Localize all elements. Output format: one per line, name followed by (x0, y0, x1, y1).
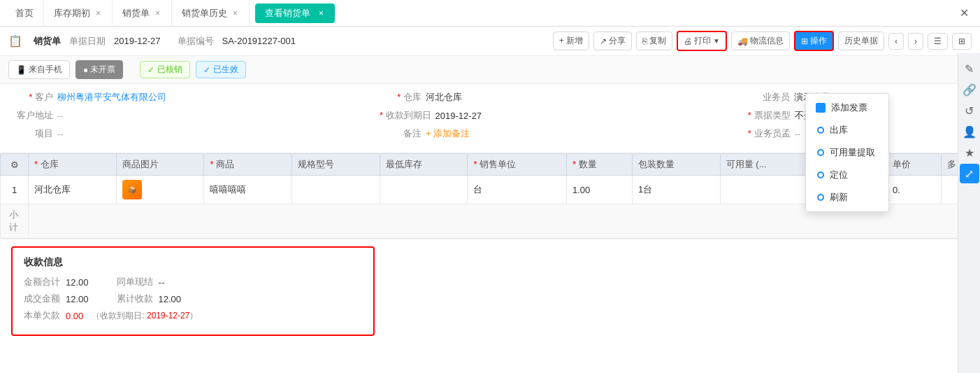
prev-button[interactable]: ‹ (888, 33, 904, 50)
col-warehouse: 仓库 (29, 154, 117, 176)
add-note-btn[interactable]: + 添加备注 (426, 127, 470, 140)
dropdown-refresh[interactable]: 刷新 (806, 186, 888, 209)
col-qty: 数量 (566, 154, 632, 176)
user-icon[interactable]: 👤 (960, 122, 979, 141)
doc-number-label: 单据编号 (178, 35, 214, 48)
cell-pack-qty: 1台 (633, 176, 721, 204)
add-button-label: + 新增 (559, 35, 583, 47)
dropdown-outbound[interactable]: 出库 (806, 119, 888, 141)
share-button[interactable]: ↗ 分享 (593, 31, 632, 50)
dropdown-locate[interactable]: 定位 (806, 164, 888, 186)
tab-view-sales-label: 查看销货单 (265, 7, 310, 20)
document-toolbar: 📋 销货单 单据日期 2019-12-27 单据编号 SA-20191227-0… (0, 27, 980, 56)
edit-icon[interactable]: ✎ (960, 59, 979, 78)
not-open-label: 未开票 (90, 64, 115, 76)
logistics-button[interactable]: 🚚 物流信息 (731, 31, 790, 50)
project-label: 项目 (11, 127, 53, 140)
tab-sales-history-close[interactable]: × (231, 8, 239, 18)
transaction-amount-label: 成交金额 (24, 293, 60, 305)
refresh-sidebar-icon[interactable]: ↺ (960, 101, 979, 120)
cell-spec (292, 176, 380, 204)
operate-button[interactable]: ⊞ 操作 (794, 31, 834, 51)
outbound-icon (817, 127, 824, 134)
layout2-button[interactable]: ⊞ (952, 33, 972, 50)
cell-min-stock (380, 176, 468, 204)
customer-value[interactable]: 柳州粤港平安气体有限公司 (57, 91, 166, 104)
dropdown-add-invoice[interactable]: 添加发票 (806, 97, 888, 119)
history-button[interactable]: 历史单据 (838, 31, 884, 50)
tab-sales-history[interactable]: 销货单历史 × (172, 0, 250, 27)
col-pack-qty: 包装数量 (633, 154, 721, 176)
confirmed-badge: ✓ 已核销 (140, 61, 190, 78)
copy-icon: ⎘ (642, 36, 647, 46)
print-icon: 🖨 (684, 36, 692, 46)
same-order-settle-item: 同单现结 -- (117, 276, 165, 288)
tab-sales-order[interactable]: 销货单 × (113, 0, 172, 27)
share-icon: ↗ (600, 36, 607, 46)
operate-icon: ⊞ (801, 36, 808, 46)
due-date-label: 收款到期日 (380, 109, 431, 122)
cell-sales-unit: 台 (468, 176, 566, 204)
effective-label: 已生效 (213, 64, 238, 76)
window-close-button[interactable]: ✕ (954, 6, 974, 20)
tab-sales-order-close[interactable]: × (154, 8, 161, 18)
cell-unit-price: 0. (886, 176, 941, 204)
tab-inventory-init[interactable]: 库存期初 × (44, 0, 113, 27)
col-avail-qty: 可用量 (... (720, 154, 815, 176)
doc-number-value: SA-20191227-001 (222, 36, 296, 46)
col-min-stock: 最低库存 (380, 154, 468, 176)
due-note: （收款到期日: 2019-12-27） (92, 310, 198, 322)
not-open-button[interactable]: ● 未开票 (75, 60, 123, 79)
tab-home[interactable]: 首页 (6, 0, 44, 27)
tab-inventory-init-close[interactable]: × (94, 8, 102, 18)
operate-button-label: 操作 (810, 35, 827, 47)
tab-sales-order-label: 销货单 (122, 7, 150, 20)
cell-product-img: 📦 (116, 176, 204, 204)
cell-warehouse: 河北仓库 (29, 176, 117, 204)
effective-icon: ✓ (203, 65, 210, 75)
due-date-field: 收款到期日 2019-12-27 (380, 109, 748, 122)
cumulative-payment-item: 累计收款 12.00 (117, 293, 182, 305)
copy-button-label: 复制 (649, 35, 666, 47)
cell-avail-qty (720, 176, 815, 204)
tab-view-sales-close[interactable]: × (317, 8, 325, 18)
operate-dropdown-menu: 添加发票 出库 可用量提取 定位 刷新 (805, 93, 889, 212)
payment-row-1: 金额合计 12.00 同单现结 -- (24, 276, 362, 288)
warehouse-field: 仓库 河北仓库 (380, 91, 748, 104)
customer-field: 客户 柳州粤港平安气体有限公司 (11, 91, 380, 104)
copy-button[interactable]: ⎘ 复制 (636, 31, 672, 50)
addr-field: 客户地址 -- (11, 109, 380, 122)
warehouse-label: 仓库 (380, 91, 421, 104)
col-settings[interactable]: ⚙ (1, 154, 29, 176)
not-open-icon: ● (83, 65, 88, 75)
project-field: 项目 -- (11, 127, 380, 140)
doc-type-label: 销货单 (34, 35, 61, 48)
main-content: ✎ 🔗 ↺ 👤 ★ ⤢ 📋 销货单 单据日期 2019-12-27 单据编号 S… (0, 27, 980, 373)
layout1-button[interactable]: ☰ (928, 33, 948, 50)
locate-icon (817, 171, 824, 178)
print-button[interactable]: 🖨 打印 ▼ (677, 31, 727, 51)
dropdown-available-qty[interactable]: 可用量提取 (806, 141, 888, 164)
tab-sales-history-label: 销货单历史 (182, 7, 227, 20)
link-icon[interactable]: 🔗 (960, 80, 979, 99)
current-due-item: 本单欠款 0.00 （收款到期日: 2019-12-27） (24, 309, 198, 322)
ticket-label: 票据类型 (748, 109, 791, 122)
next-button[interactable]: › (908, 33, 923, 50)
payment-row-3: 本单欠款 0.00 （收款到期日: 2019-12-27） (24, 309, 362, 322)
effective-badge: ✓ 已生效 (196, 61, 246, 78)
star-icon[interactable]: ★ (960, 143, 979, 162)
product-thumbnail: 📦 (122, 180, 142, 199)
total-amount-label: 金额合计 (24, 276, 60, 288)
from-phone-button[interactable]: 📱 来自手机 (8, 60, 70, 79)
refresh-label: 刷新 (830, 191, 848, 204)
sales-staff-label: 业务员孟 (748, 127, 791, 140)
same-order-settle-value: -- (159, 277, 165, 288)
add-button[interactable]: + 新增 (553, 31, 589, 50)
toolbar-right: + 新增 ↗ 分享 ⎘ 复制 🖨 打印 ▼ 🚚 物流信息 ⊞ 操作 (553, 31, 972, 51)
logistics-icon: 🚚 (737, 36, 748, 46)
expand-icon[interactable]: ⤢ (960, 164, 979, 183)
cumulative-payment-value: 12.00 (159, 294, 182, 304)
sales-staff-value: -- (795, 129, 801, 139)
logistics-button-label: 物流信息 (750, 35, 784, 47)
tab-view-sales[interactable]: 查看销货单 × (255, 3, 335, 23)
